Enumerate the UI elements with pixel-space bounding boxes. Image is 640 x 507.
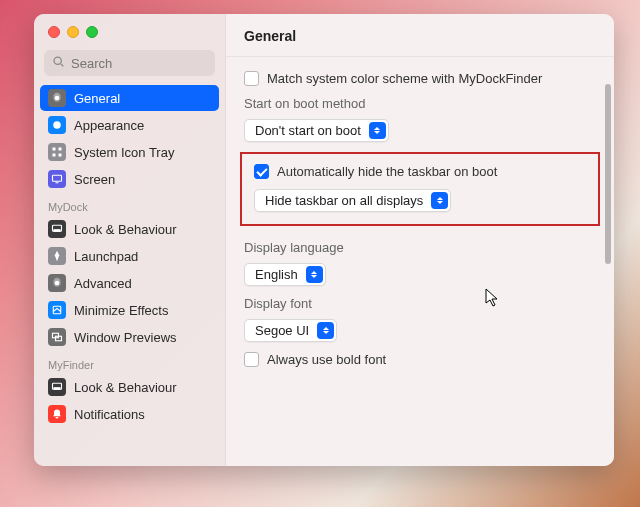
launchpad-icon [48, 247, 66, 265]
preferences-window: GeneralAppearanceSystem Icon TrayScreen … [34, 14, 614, 466]
svg-rect-5 [53, 154, 56, 157]
sidebar-item-advanced[interactable]: Advanced [40, 270, 219, 296]
display-language-value: English [255, 267, 298, 282]
sidebar-item-screen[interactable]: Screen [40, 166, 219, 192]
svg-rect-6 [59, 154, 62, 157]
sidebar-item-label: Notifications [74, 407, 145, 422]
boot-method-select[interactable]: Don't start on boot [244, 119, 389, 142]
sidebar-item-label: Advanced [74, 276, 132, 291]
sidebar-item-label: Screen [74, 172, 115, 187]
sidebar: GeneralAppearanceSystem Icon TrayScreen … [34, 14, 226, 466]
sidebar-item-label: Window Previews [74, 330, 177, 345]
sidebar-item-label: Minimize Effects [74, 303, 168, 318]
svg-point-0 [54, 57, 61, 64]
page-title: General [226, 14, 614, 57]
sidebar-item-minimize-effects[interactable]: Minimize Effects [40, 297, 219, 323]
bold-font-checkbox[interactable] [244, 352, 259, 367]
gear-icon [48, 89, 66, 107]
display-font-select[interactable]: Segoe UI [244, 319, 337, 342]
sidebar-item-label: Launchpad [74, 249, 138, 264]
sidebar-item-general[interactable]: General [40, 85, 219, 111]
hide-taskbar-scope-value: Hide taskbar on all displays [265, 193, 423, 208]
chevron-updown-icon [369, 122, 386, 139]
sidebar-item-launchpad[interactable]: Launchpad [40, 243, 219, 269]
window-controls [34, 14, 225, 48]
sidebar-item-look-behaviour[interactable]: Look & Behaviour [40, 374, 219, 400]
search-input[interactable] [71, 56, 239, 71]
sidebar-list: GeneralAppearanceSystem Icon TrayScreen … [34, 84, 225, 466]
svg-line-1 [61, 64, 63, 66]
dock-icon [48, 378, 66, 396]
sidebar-item-appearance[interactable]: Appearance [40, 112, 219, 138]
svg-rect-3 [53, 148, 56, 151]
display-font-value: Segoe UI [255, 323, 309, 338]
search-field[interactable] [44, 50, 215, 76]
taskbar-settings-highlight: Automatically hide the taskbar on boot H… [240, 152, 600, 226]
display-language-label: Display language [244, 240, 596, 255]
gear-icon [48, 274, 66, 292]
close-window-button[interactable] [48, 26, 60, 38]
auto-hide-taskbar-checkbox[interactable] [254, 164, 269, 179]
search-icon [52, 55, 65, 71]
sidebar-item-system-icon-tray[interactable]: System Icon Tray [40, 139, 219, 165]
preview-icon [48, 328, 66, 346]
chevron-updown-icon [306, 266, 323, 283]
sidebar-section-myfinder: MyFinder [40, 351, 219, 373]
bold-font-label: Always use bold font [267, 352, 386, 367]
boot-method-value: Don't start on boot [255, 123, 361, 138]
minimize-window-button[interactable] [67, 26, 79, 38]
bell-icon [48, 405, 66, 423]
svg-rect-7 [53, 175, 62, 181]
sidebar-item-label: General [74, 91, 120, 106]
dock-icon [48, 220, 66, 238]
appearance-icon [48, 116, 66, 134]
boot-method-label: Start on boot method [244, 96, 596, 111]
match-color-label: Match system color scheme with MyDockFin… [267, 71, 542, 86]
svg-rect-4 [59, 148, 62, 151]
hide-taskbar-scope-select[interactable]: Hide taskbar on all displays [254, 189, 451, 212]
match-color-checkbox[interactable] [244, 71, 259, 86]
minimize-icon [48, 301, 66, 319]
display-language-select[interactable]: English [244, 263, 326, 286]
chevron-updown-icon [431, 192, 448, 209]
scrollbar[interactable] [605, 84, 611, 264]
sidebar-item-label: System Icon Tray [74, 145, 174, 160]
sidebar-item-window-previews[interactable]: Window Previews [40, 324, 219, 350]
auto-hide-taskbar-label: Automatically hide the taskbar on boot [277, 164, 497, 179]
grid-icon [48, 143, 66, 161]
sidebar-item-label: Look & Behaviour [74, 380, 177, 395]
display-font-label: Display font [244, 296, 596, 311]
sidebar-item-look-behaviour[interactable]: Look & Behaviour [40, 216, 219, 242]
sidebar-item-label: Appearance [74, 118, 144, 133]
svg-rect-10 [54, 230, 60, 232]
svg-point-2 [53, 121, 61, 129]
settings-content: Match system color scheme with MyDockFin… [226, 57, 614, 466]
chevron-updown-icon [317, 322, 334, 339]
sidebar-item-label: Look & Behaviour [74, 222, 177, 237]
sidebar-item-notifications[interactable]: Notifications [40, 401, 219, 427]
screen-icon [48, 170, 66, 188]
main-panel: General Match system color scheme with M… [226, 14, 614, 466]
sidebar-section-mydock: MyDock [40, 193, 219, 215]
svg-rect-15 [54, 388, 60, 390]
zoom-window-button[interactable] [86, 26, 98, 38]
